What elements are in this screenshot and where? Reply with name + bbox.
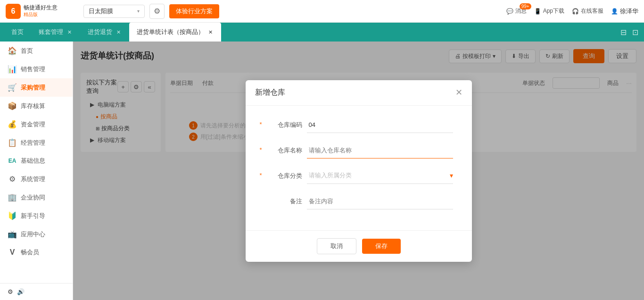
dialog-header: 新增仓库 ✕ (246, 80, 472, 106)
trial-button[interactable]: 体验行业方案 (169, 4, 219, 18)
sidebar-item-sales-label: 销售管理 (21, 65, 45, 74)
sidebar-item-sales[interactable]: 📊 销售管理 (0, 60, 73, 78)
sidebar-item-purchase-label: 采购管理 (21, 83, 45, 92)
tab-account-label: 账套管理 (39, 28, 63, 36)
dialog-footer: 取消 保存 (246, 230, 472, 262)
operations-icon: 📋 (8, 138, 17, 147)
code-row: 仓库编码 (264, 117, 453, 133)
sidebar-item-apps[interactable]: 📺 应用中心 (0, 225, 73, 243)
store-selector[interactable]: 日太阳膜 ▾ (83, 5, 145, 18)
settings-bottom-icon[interactable]: ⚙ (8, 288, 13, 295)
cancel-button[interactable]: 取消 (317, 238, 356, 254)
tab-home-label: 首页 (11, 28, 24, 36)
category-placeholder: 请输入所属分类 (307, 171, 450, 180)
tab-return[interactable]: 进货退货 ✕ (80, 23, 129, 42)
message-icon: 💬 (506, 8, 513, 15)
app-download-button[interactable]: 📱 App下载 (534, 7, 564, 15)
tab-stats-close[interactable]: ✕ (207, 29, 214, 35)
category-arrow-icon: ▾ (450, 172, 453, 179)
tab-home[interactable]: 首页 (4, 23, 31, 42)
chevron-down-icon: ▾ (137, 8, 140, 14)
sidebar-item-purchase[interactable]: 🛒 采购管理 (0, 78, 73, 97)
remark-row: 备注 (264, 193, 453, 209)
remark-input[interactable] (307, 193, 453, 209)
code-label: 仓库编码 (264, 121, 302, 129)
sidebar-item-apps-label: 应用中心 (21, 230, 45, 239)
logo-badge: 精品版 (24, 11, 58, 18)
name-input[interactable] (307, 142, 453, 158)
finance-icon: 💰 (8, 120, 17, 129)
sidebar-item-system-label: 系统管理 (21, 175, 45, 183)
sidebar-item-finance[interactable]: 💰 资金管理 (0, 115, 73, 133)
tab-controls: ⊟ ⊡ (619, 28, 640, 37)
sidebar: 🏠 首页 📊 销售管理 🛒 采购管理 📦 库存核算 💰 资金管理 📋 经营管理 … (0, 42, 73, 300)
logo-area: 6 畅捷通好生意 精品版 (6, 4, 79, 19)
tab-bar: 首页 账套管理 ✕ 进货退货 ✕ 进货单统计表（按商品） ✕ ⊟ ⊡ (0, 23, 644, 42)
headset-icon: 🎧 (572, 8, 579, 15)
tab-account[interactable]: 账套管理 ✕ (31, 23, 80, 42)
dialog-body: 仓库编码 仓库名称 仓库分类 请输入所属分类 ▾ (246, 106, 472, 230)
sidebar-item-home-label: 首页 (21, 47, 33, 55)
name-row: 仓库名称 (264, 142, 453, 158)
sidebar-item-finance-label: 资金管理 (21, 120, 45, 129)
dialog-close-button[interactable]: ✕ (455, 88, 462, 97)
modal-overlay: 新增仓库 ✕ 仓库编码 仓库名称 仓库分类 (73, 42, 644, 300)
sidebar-bottom: ⚙ 🔊 (0, 283, 73, 300)
code-input[interactable] (307, 117, 453, 133)
category-select[interactable]: 请输入所属分类 ▾ (307, 168, 453, 184)
user-area[interactable]: 👤 徐泽华 (611, 7, 638, 16)
tab-stats-label: 进货单统计表（按商品） (137, 28, 204, 36)
newbie-icon: 🔰 (8, 211, 17, 220)
sidebar-item-home[interactable]: 🏠 首页 (0, 42, 73, 60)
sidebar-item-vip-label: 畅会员 (21, 248, 39, 257)
category-label: 仓库分类 (264, 172, 302, 180)
logo-icon: 6 (6, 4, 21, 19)
store-name: 日太阳膜 (89, 7, 135, 16)
volume-icon[interactable]: 🔊 (17, 288, 25, 295)
app-download-label: App下载 (543, 7, 564, 15)
dialog-title: 新增仓库 (255, 88, 285, 98)
settings-icon[interactable]: ⚙ (149, 4, 165, 19)
messages-button[interactable]: 💬 消息 99+ (506, 7, 527, 15)
save-button[interactable]: 保存 (362, 239, 401, 254)
sidebar-item-operations[interactable]: 📋 经营管理 (0, 133, 73, 152)
inventory-icon: 📦 (8, 101, 17, 110)
name-label: 仓库名称 (264, 146, 302, 155)
tab-fullscreen-icon[interactable]: ⊡ (630, 28, 640, 37)
notification-badge: 99+ (520, 3, 531, 9)
tab-account-close[interactable]: ✕ (66, 29, 73, 35)
basic-info-icon: EA (8, 158, 17, 164)
tab-prev-icon[interactable]: ⊟ (619, 28, 628, 37)
sidebar-item-vip[interactable]: V 畅会员 (0, 243, 73, 261)
vip-icon: V (8, 248, 17, 257)
online-service-label: 在线客服 (581, 7, 603, 15)
system-icon: ⚙ (8, 175, 17, 183)
tab-return-close[interactable]: ✕ (115, 29, 122, 35)
tab-return-label: 进货退货 (88, 28, 112, 36)
logo-text: 畅捷通好生意 (24, 4, 58, 12)
online-service-button[interactable]: 🎧 在线客服 (572, 7, 603, 15)
header-right: 💬 消息 99+ 📱 App下载 🎧 在线客服 👤 徐泽华 (506, 7, 638, 16)
add-warehouse-dialog: 新增仓库 ✕ 仓库编码 仓库名称 仓库分类 (246, 80, 472, 262)
sidebar-item-inventory-label: 库存核算 (21, 102, 45, 110)
sidebar-item-newbie[interactable]: 🔰 新手引导 (0, 207, 73, 225)
sidebar-item-operations-label: 经营管理 (21, 139, 45, 147)
user-name: 徐泽华 (620, 7, 638, 16)
enterprise-icon: 🏢 (8, 193, 17, 202)
app-icon: 📱 (534, 8, 541, 15)
user-avatar-icon: 👤 (611, 8, 618, 15)
content-area: 进货单统计(按商品) 🖨 按模板打印 ▾ ⬇ 导出 ↻ 刷新 查询 设置 (73, 42, 644, 300)
home-icon: 🏠 (8, 46, 17, 55)
sidebar-item-enterprise[interactable]: 🏢 企业协同 (0, 188, 73, 207)
sidebar-item-basic-info[interactable]: EA 基础信息 (0, 152, 73, 170)
category-row: 仓库分类 请输入所属分类 ▾ (264, 168, 453, 184)
sales-icon: 📊 (8, 65, 17, 74)
sidebar-item-enterprise-label: 企业协同 (21, 193, 45, 202)
remark-label: 备注 (264, 197, 302, 206)
sidebar-item-inventory[interactable]: 📦 库存核算 (0, 97, 73, 115)
sidebar-item-system[interactable]: ⚙ 系统管理 (0, 170, 73, 188)
sidebar-item-basic-info-label: 基础信息 (21, 157, 45, 165)
tab-stats[interactable]: 进货单统计表（按商品） ✕ (129, 23, 221, 42)
purchase-icon: 🛒 (8, 83, 17, 92)
apps-icon: 📺 (8, 230, 17, 239)
